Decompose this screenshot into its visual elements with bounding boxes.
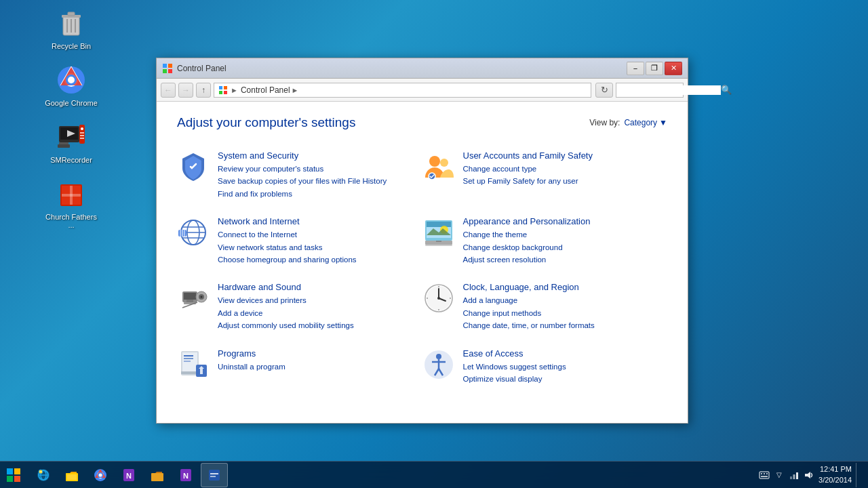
system-security-link-0[interactable]: Review your computer's status [218, 163, 416, 175]
svg-rect-72 [184, 361, 191, 362]
category-hardware-sound: Hardware and Sound View devices and prin… [177, 275, 422, 341]
clock-language-link-1[interactable]: Change input methods [463, 307, 661, 319]
svg-rect-111 [796, 472, 798, 479]
svg-rect-30 [219, 91, 222, 94]
network-internet-title[interactable]: Network and Internet [218, 216, 416, 226]
system-security-title[interactable]: System and Security [218, 150, 416, 161]
user-accounts-link-0[interactable]: Change account type [463, 163, 661, 175]
taskbar-explorer[interactable] [58, 463, 85, 487]
tray-show-desktop[interactable] [856, 463, 861, 487]
close-button[interactable]: ✕ [665, 62, 682, 75]
svg-rect-31 [224, 91, 227, 94]
taskbar-onenote2[interactable]: N [172, 463, 199, 487]
taskbar-clock[interactable]: 12:41 PM 3/20/2014 [818, 464, 852, 485]
appearance-link-2[interactable]: Adjust screen resolution [463, 253, 661, 266]
page-title: Adjust your computer's settings [177, 115, 355, 130]
hardware-sound-link-0[interactable]: View devices and printers [218, 294, 416, 306]
window-app-icon [162, 63, 173, 74]
ease-of-access-title[interactable]: Ease of Access [463, 348, 661, 359]
programs-icon [177, 348, 210, 381]
category-ease-of-access: Ease of Access Let Windows suggest setti… [422, 342, 668, 395]
refresh-button[interactable]: ↻ [595, 83, 613, 98]
appearance-link-0[interactable]: Change the theme [463, 228, 661, 241]
svg-text:N: N [126, 472, 132, 480]
taskbar-chrome[interactable] [87, 463, 114, 487]
smrecorder-label: SMRecorder [50, 156, 92, 164]
search-box[interactable]: 🔍 [616, 83, 684, 98]
taskbar-folder[interactable] [144, 463, 171, 487]
tray-minimize-icon[interactable]: ▽ [774, 470, 785, 481]
hardware-sound-link-2[interactable]: Adjust commonly used mobility settings [218, 319, 416, 331]
svg-rect-84 [14, 476, 20, 482]
ease-of-access-link-1[interactable]: Optimize visual display [463, 373, 661, 385]
svg-rect-25 [168, 64, 172, 68]
system-security-link-2[interactable]: Find and fix problems [218, 188, 416, 200]
svg-rect-27 [168, 69, 172, 73]
address-path[interactable]: ► Control Panel ► [214, 83, 591, 98]
appearance-link-1[interactable]: Change desktop background [463, 241, 661, 253]
chrome-label: Google Chrome [45, 99, 98, 107]
network-internet-link-0[interactable]: Connect to the Internet [218, 228, 416, 241]
svg-rect-103 [210, 476, 216, 477]
taskbar-onenote[interactable]: N [115, 463, 142, 487]
clock-language-link-2[interactable]: Change date, time, or number formats [463, 319, 661, 331]
up-button[interactable]: ↑ [196, 83, 211, 98]
svg-rect-46 [427, 222, 451, 227]
svg-rect-13 [59, 142, 68, 144]
view-by-dropdown[interactable]: Category ▼ [624, 118, 667, 127]
forward-button[interactable]: → [178, 83, 193, 98]
svg-rect-14 [58, 144, 70, 148]
programs-link-0[interactable]: Uninstall a program [218, 361, 416, 373]
taskbar-app7[interactable] [201, 463, 228, 487]
recycle-bin-label: Recycle Bin [52, 42, 91, 50]
minimize-button[interactable]: − [627, 62, 644, 75]
search-input[interactable] [619, 85, 721, 95]
svg-rect-71 [184, 358, 193, 359]
svg-rect-18 [80, 135, 84, 136]
tray-keyboard-icon[interactable] [759, 470, 770, 481]
category-user-accounts: User Accounts and Family Safety Change a… [422, 144, 668, 209]
google-chrome-icon[interactable]: Google Chrome [44, 64, 98, 107]
content-header: Adjust your computer's settings View by:… [177, 115, 667, 130]
user-accounts-link-1[interactable]: Set up Family Safety for any user [463, 175, 661, 187]
svg-rect-19 [80, 138, 84, 139]
hardware-sound-title[interactable]: Hardware and Sound [218, 282, 416, 292]
appearance-title[interactable]: Appearance and Personalization [463, 216, 661, 226]
restore-button[interactable]: ❐ [646, 62, 663, 75]
svg-rect-83 [7, 476, 13, 482]
svg-rect-105 [761, 473, 762, 474]
ease-of-access-link-0[interactable]: Let Windows suggest settings [463, 361, 661, 373]
hardware-sound-link-1[interactable]: Add a device [218, 307, 416, 319]
svg-marker-112 [805, 472, 810, 479]
network-internet-text: Network and Internet Connect to the Inte… [218, 216, 416, 266]
system-security-link-1[interactable]: Save backup copies of your files with Fi… [218, 175, 416, 187]
svg-rect-23 [62, 194, 81, 197]
category-programs: Programs Uninstall a program [177, 342, 422, 395]
category-clock-language: Clock, Language, and Region Add a langua… [422, 275, 668, 341]
search-icon: 🔍 [721, 85, 732, 95]
svg-rect-53 [186, 300, 193, 302]
network-internet-link-1[interactable]: View network status and tasks [218, 241, 416, 253]
ease-of-access-text: Ease of Access Let Windows suggest setti… [463, 348, 661, 386]
tray-network-icon[interactable] [789, 470, 800, 481]
taskbar-ie[interactable] [30, 463, 57, 487]
taskbar-items: N N [27, 462, 752, 488]
tray-volume-icon[interactable] [804, 470, 814, 481]
back-button[interactable]: ← [161, 83, 176, 98]
breadcrumb-path: Control Panel [241, 85, 290, 95]
programs-title[interactable]: Programs [218, 348, 416, 359]
svg-text:N: N [183, 472, 189, 480]
start-button[interactable] [0, 462, 27, 489]
hardware-sound-icon [177, 282, 210, 314]
user-accounts-title[interactable]: User Accounts and Family Safety [463, 150, 661, 161]
recycle-bin-icon[interactable]: Recycle Bin [44, 7, 98, 50]
network-internet-link-2[interactable]: Choose homegroup and sharing options [218, 253, 416, 266]
svg-rect-49 [436, 241, 441, 242]
smrecorder-icon[interactable]: SMRecorder [44, 121, 98, 164]
category-appearance: Appearance and Personalization Change th… [422, 209, 668, 275]
svg-point-33 [440, 159, 448, 167]
church-fathers-icon[interactable]: Church Fathers ... [44, 178, 98, 229]
clock-language-link-0[interactable]: Add a language [463, 294, 661, 306]
chrome-image [55, 64, 87, 96]
clock-language-title[interactable]: Clock, Language, and Region [463, 282, 661, 292]
